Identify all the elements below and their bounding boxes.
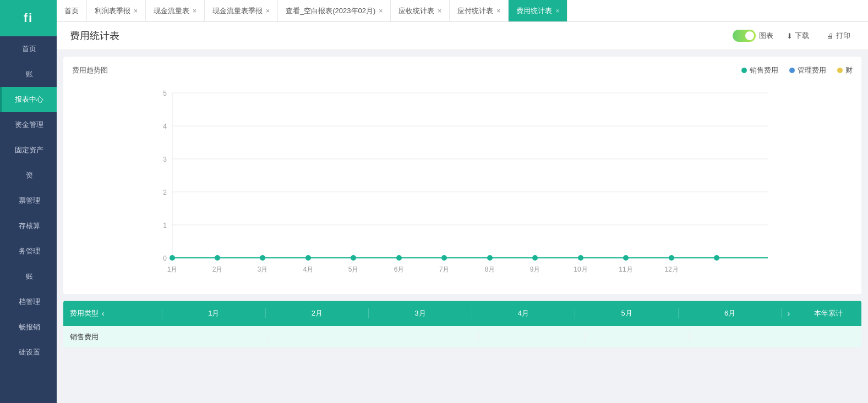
svg-text:9月: 9月 [530, 266, 541, 273]
sidebar-item-expense[interactable]: 畅报销 [0, 314, 57, 340]
tab-expense-stats[interactable]: 费用统计表 × [509, 0, 567, 21]
page-area: 费用统计表 图表 ⬇ 下载 🖨 打印 [57, 22, 868, 403]
tab-payable[interactable]: 应付统计表 × [450, 0, 509, 21]
sidebar-item-cash-mgmt[interactable]: 资金管理 [0, 112, 57, 137]
svg-text:3: 3 [163, 156, 167, 163]
svg-point-13 [170, 255, 175, 261]
th-type: 费用类型 ‹ [63, 308, 162, 318]
legend-finance-dot [837, 68, 843, 73]
svg-text:4: 4 [163, 123, 167, 130]
th-month-6: 6月 [679, 308, 782, 318]
legend-finance: 财 [837, 65, 853, 75]
th-month-4: 4月 [472, 308, 576, 318]
chart-legend: 销售费用 管理费用 财 [741, 65, 853, 75]
app-logo: fi [0, 0, 57, 36]
sidebar-item-investment[interactable]: 资 [0, 163, 57, 188]
tab-cashflow-label: 现金流量表 [154, 6, 189, 16]
th-nav-left-button[interactable]: ‹ [102, 309, 105, 318]
tab-home[interactable]: 首页 [57, 0, 87, 21]
table-header: 费用类型 ‹ 1月 2月 3月 4月 5月 6月 › 本年累计 [63, 301, 861, 326]
td-sales-total [795, 333, 861, 341]
chart-section: 费用趋势图 销售费用 管理费用 财 [63, 57, 861, 294]
tab-payable-close[interactable]: × [496, 7, 500, 15]
legend-admin-label: 管理费用 [798, 65, 826, 75]
svg-text:5: 5 [163, 90, 167, 97]
td-sales-m6 [690, 333, 795, 341]
svg-text:12月: 12月 [664, 266, 678, 273]
tab-home-label: 首页 [64, 6, 79, 16]
sidebar-item-invoice-mgmt[interactable]: 票管理 [0, 188, 57, 213]
svg-point-24 [669, 255, 674, 261]
sidebar-item-service-mgmt[interactable]: 务管理 [0, 239, 57, 264]
svg-text:1: 1 [163, 222, 167, 229]
sidebar-item-inventory[interactable]: 存核算 [0, 213, 57, 239]
sidebar-item-doc-mgmt[interactable]: 档管理 [0, 289, 57, 314]
svg-text:0: 0 [163, 255, 167, 262]
tab-receivable-label: 应收统计表 [398, 6, 434, 16]
legend-sales: 销售费用 [741, 65, 778, 75]
sidebar-item-fixed-assets[interactable]: 固定资产 [0, 137, 57, 163]
svg-text:8月: 8月 [485, 266, 495, 273]
legend-sales-label: 销售费用 [750, 65, 778, 75]
svg-point-19 [441, 255, 447, 261]
tab-payable-label: 应付统计表 [457, 6, 493, 16]
sidebar-item-payables[interactable]: 账 [0, 264, 57, 289]
sidebar-item-ledger[interactable]: 账 [0, 62, 57, 87]
tab-receivable[interactable]: 应收统计表 × [391, 0, 450, 21]
th-type-label: 费用类型 [70, 308, 99, 318]
tab-profit-quarter[interactable]: 利润表季报 × [87, 0, 146, 21]
svg-text:4月: 4月 [303, 266, 314, 273]
svg-point-21 [532, 255, 538, 261]
tab-view-blank-close[interactable]: × [379, 7, 383, 15]
main-content: 首页 利润表季报 × 现金流量表 × 现金流量表季报 × 查看_空白报表(202… [57, 0, 868, 403]
download-icon: ⬇ [787, 32, 793, 40]
th-month-1: 1月 [162, 308, 266, 318]
svg-text:10月: 10月 [574, 266, 587, 273]
tab-receivable-close[interactable]: × [438, 7, 441, 15]
tab-view-blank[interactable]: 查看_空白报表(2023年02月) × [278, 0, 391, 21]
page-header: 费用统计表 图表 ⬇ 下载 🖨 打印 [57, 22, 868, 50]
toggle-label: 图表 [759, 31, 773, 41]
sidebar-item-home[interactable]: 首页 [0, 36, 57, 62]
legend-sales-dot [741, 68, 747, 73]
page-title: 费用统计表 [70, 29, 119, 42]
tab-cashflow-quarter-close[interactable]: × [266, 7, 270, 15]
svg-text:6月: 6月 [394, 266, 405, 273]
download-button[interactable]: ⬇ 下载 [782, 29, 814, 43]
svg-point-22 [578, 255, 583, 261]
sidebar-item-basic-settings[interactable]: 础设置 [0, 340, 57, 365]
tab-cashflow[interactable]: 现金流量表 × [146, 0, 205, 21]
legend-admin-dot [789, 68, 795, 73]
svg-text:1月: 1月 [167, 266, 178, 273]
svg-text:5月: 5月 [348, 266, 359, 273]
td-sales-m2 [268, 333, 374, 341]
print-icon: 🖨 [827, 32, 834, 40]
tab-expense-stats-close[interactable]: × [555, 7, 559, 15]
svg-point-14 [215, 255, 220, 261]
td-sales-m3 [373, 333, 479, 341]
tab-cashflow-quarter[interactable]: 现金流量表季报 × [205, 0, 278, 21]
chart-area: 5 4 3 2 1 0 [72, 82, 853, 285]
tab-bar: 首页 利润表季报 × 现金流量表 × 现金流量表季报 × 查看_空白报表(202… [57, 0, 868, 22]
svg-point-25 [714, 255, 719, 261]
print-label: 打印 [836, 31, 850, 41]
chart-toggle[interactable] [733, 30, 756, 42]
tab-expense-stats-label: 费用统计表 [516, 6, 552, 16]
svg-point-20 [487, 255, 493, 261]
th-nav-right-button[interactable]: › [782, 309, 795, 318]
svg-point-23 [623, 255, 629, 261]
tab-cashflow-close[interactable]: × [193, 7, 196, 15]
tab-cashflow-quarter-label: 现金流量表季报 [212, 6, 263, 16]
page-actions: 图表 ⬇ 下载 🖨 打印 [733, 29, 855, 43]
svg-text:7月: 7月 [439, 266, 450, 273]
chart-title: 费用趋势图 [72, 65, 108, 75]
sidebar-item-report-center[interactable]: 报表中心 [0, 87, 57, 112]
chart-header: 费用趋势图 销售费用 管理费用 财 [72, 65, 853, 75]
tab-profit-quarter-close[interactable]: × [134, 7, 138, 15]
print-button[interactable]: 🖨 打印 [822, 29, 855, 43]
sidebar: fi 首页 账 报表中心 资金管理 固定资产 资 票管理 存核算 务管理 账 档… [0, 0, 57, 403]
svg-text:2: 2 [163, 189, 167, 196]
svg-text:3月: 3月 [258, 266, 268, 273]
line-chart-svg: 5 4 3 2 1 0 [72, 82, 853, 285]
td-type-sales: 销售费用 [63, 328, 162, 346]
